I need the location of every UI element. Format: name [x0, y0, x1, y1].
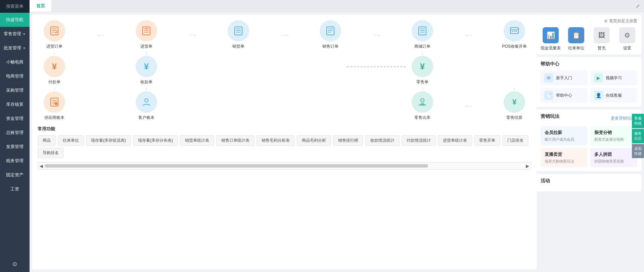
help-item-video[interactable]: ▶ 视频学习 [590, 71, 637, 85]
customize-settings-label[interactable]: 首页自定义设置 [609, 18, 637, 24]
func-button[interactable]: 销售订单统计表 [216, 135, 255, 146]
wf-icon-lingshou-jiesuan: ¥ [504, 91, 525, 113]
sidebar-item-fapiao[interactable]: 发票管理 [0, 140, 30, 154]
func-button[interactable]: 销售排行榜 [333, 135, 363, 146]
wf-arrow-3 [255, 33, 314, 37]
sidebar-item-caigou[interactable]: 采购管理 [0, 83, 30, 97]
scroll-right-button[interactable]: ▶ [524, 163, 531, 169]
quick-icon-xianjin[interactable]: 📊 现金流量表 [541, 27, 561, 51]
wf-node-pos[interactable]: POS收银开单 [498, 20, 531, 49]
wf-node-shoukuan[interactable]: ¥ 收款单 [130, 56, 163, 85]
wf-node-lingshou-chuku[interactable]: 零售出库 [406, 91, 439, 121]
sidebar-item-zijin[interactable]: 资金管理 [0, 111, 30, 126]
func-button[interactable]: 收款情况统计 [365, 135, 400, 146]
marketing-grid: 会员拉新 吸引用户成为会员 裂变分销 裂变式发展分销商 直播卖货 场景式购物新玩… [541, 126, 637, 167]
sidebar-item-gongzi[interactable]: 工资 [0, 182, 30, 196]
svg-point-31 [421, 99, 424, 102]
scrollbar-track [45, 163, 524, 169]
marketing-item-huiyuan[interactable]: 会员拉新 吸引用户成为会员 [541, 126, 588, 145]
quick-icons-row: 📊 现金流量表 📋 往来单位 🖼 暂无 ⚙ 设置 [541, 27, 637, 51]
quick-icon-label-shezhi: 设置 [623, 45, 631, 51]
wf-icon-lingshou: ¥ [412, 56, 433, 77]
func-button[interactable]: 商品毛利分析 [297, 135, 331, 146]
help-center-panel: 帮助中心 ✉ 新手入门 ▶ 视频学习 📄 帮助中心 👤 在线客服 [537, 57, 641, 107]
marketing-desc-zhibo: 场景式购物新玩法 [545, 159, 584, 164]
func-button[interactable]: 销货单统计表 [180, 135, 214, 146]
quick-icon-shezhi[interactable]: ⚙ 设置 [617, 27, 637, 51]
wf-node-fukuan[interactable]: ¥ 付款单 [38, 56, 71, 85]
wf-icon-xiaohuo [228, 20, 249, 42]
sidebar-item-shuiwu[interactable]: 税务管理 [0, 154, 30, 168]
func-button[interactable]: 现存量(库存状况表) [86, 135, 131, 146]
common-functions: 常用功能 商品往来单位现存量(库存状况表)现存量(库存分布表)销货单统计表销售订… [38, 126, 531, 158]
sidebar-item-lingshou[interactable]: 零售管理▼ [0, 27, 30, 41]
func-button[interactable]: 销售毛利分析表 [257, 135, 295, 146]
marketing-desc-liebian: 裂变式发展分销商 [594, 137, 633, 142]
wf-node-shangcheng[interactable]: 商城订单 [406, 20, 439, 49]
func-button[interactable]: 零售开单 [474, 135, 500, 146]
help-label-xinshou: 新手入门 [556, 75, 572, 81]
quick-icon-zanwu[interactable]: 🖼 暂无 [592, 27, 612, 51]
help-item-online[interactable]: 👤 在线客服 [590, 88, 637, 103]
func-button[interactable]: 门店排名 [502, 135, 528, 146]
main-area: 首页 ⤢ [30, 0, 644, 272]
quick-icon-wanglai[interactable]: 📋 往来单位 [566, 27, 586, 51]
wf-icon-shangcheng [412, 20, 433, 42]
sidebar-item-guding[interactable]: 固定资产 [0, 168, 30, 182]
marketing-item-liebian[interactable]: 裂变分销 裂变式发展分销商 [590, 126, 637, 145]
wf-icon-xiaoshou [320, 20, 341, 42]
help-item-help[interactable]: 📄 帮助中心 [541, 88, 588, 103]
marketing-item-pingtuan[interactable]: 多人拼团 拼团购物享受优惠 [590, 148, 637, 167]
wf-node-xiaoshou[interactable]: 销售订单 [314, 20, 347, 49]
wf-node-kehu[interactable]: 客户账本 [130, 91, 163, 121]
func-button[interactable]: 导购排名 [38, 148, 64, 158]
float-zhuomian-button[interactable]: 桌面快捷 [632, 144, 644, 158]
float-kefu-button[interactable]: 客服热线 [632, 114, 644, 128]
sidebar-item-xiaochang[interactable]: 小畅电商 [0, 55, 30, 69]
marketing-item-zhibo[interactable]: 直播卖货 场景式购物新玩法 [541, 148, 588, 167]
wf-node-lingshou[interactable]: ¥ 零售单 [406, 56, 439, 85]
wf-node-lingshou-jiesuan[interactable]: ¥ 零售结算 [498, 91, 531, 121]
sidebar-settings-button[interactable]: ⚙ [0, 257, 30, 272]
customize-settings-icon: ⚙ [604, 19, 608, 24]
func-button[interactable]: 往来单位 [58, 135, 84, 146]
wf-icon-gongyingshang [44, 91, 65, 113]
help-label-help: 帮助中心 [556, 93, 572, 98]
wf-down-arrows-1: ↓ ↓ ↓ [38, 50, 531, 55]
fullscreen-button[interactable]: ⤢ [632, 3, 644, 9]
scroll-left-button[interactable]: ◀ [38, 163, 45, 169]
float-shequ-button[interactable]: 服务社区 [632, 129, 644, 143]
func-button[interactable]: 付款情况统计 [402, 135, 436, 146]
wf-node-jinhuo-order[interactable]: 进货订单 [38, 20, 71, 49]
wf-node-jinhuo-dan[interactable]: 进货单 [130, 20, 163, 49]
scrollbar[interactable]: ◀ ▶ [38, 162, 531, 170]
quick-icon-label-zanwu: 暂无 [598, 45, 606, 51]
wf-icon-shoukuan: ¥ [136, 56, 157, 77]
wf-arrow-2 [163, 33, 222, 37]
sidebar-search[interactable]: 搜索菜单 [0, 0, 30, 13]
tab-home[interactable]: 首页 [30, 0, 52, 12]
wf-node-gongyingshang[interactable]: 供应商账本 [38, 91, 71, 121]
func-button[interactable]: 商品 [38, 135, 56, 146]
marketing-title: 营销玩法 [541, 114, 559, 120]
sidebar-item-pifa[interactable]: 批发管理▼ [0, 41, 30, 55]
float-buttons: 客服热线 服务社区 桌面快捷 [632, 114, 644, 158]
wf-label-lingshou-chuku: 零售出库 [414, 115, 430, 121]
activity-title: 活动 [541, 178, 637, 184]
help-item-xinshou[interactable]: ✉ 新手入门 [541, 71, 588, 85]
sidebar-item-dianshang[interactable]: 电商管理 [0, 69, 30, 83]
help-icon-video: ▶ [594, 73, 603, 83]
scrollbar-thumb [45, 164, 428, 168]
wf-icon-jinhuo-order [44, 20, 65, 42]
help-grid: ✉ 新手入门 ▶ 视频学习 📄 帮助中心 👤 在线客服 [541, 71, 637, 103]
wf-node-xiaohuo[interactable]: 销货单 [222, 20, 255, 49]
sidebar-item-kuaijie[interactable]: 快捷导航 [0, 13, 30, 27]
help-icon-help: 📄 [544, 91, 553, 100]
func-button[interactable]: 进货单统计表 [438, 135, 472, 146]
sidebar-item-zongzhang[interactable]: 总账管理 [0, 126, 30, 140]
quick-icon-box-zanwu: 🖼 [594, 27, 610, 43]
func-button[interactable]: 现存量(库存分布表) [133, 135, 178, 146]
sidebar-item-kucun[interactable]: 库存核算 [0, 97, 30, 111]
workflow-row-3: 供应商账本 客户账本 [38, 91, 531, 121]
sidebar: 搜索菜单 快捷导航 零售管理▼ 批发管理▼ 小畅电商 电商管理 采购管理 库存核… [0, 0, 30, 272]
